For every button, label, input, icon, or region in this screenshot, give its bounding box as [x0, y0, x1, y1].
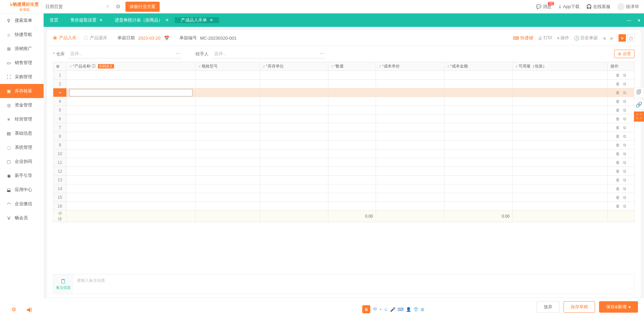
sidebar-item-1[interactable]: ⌂快捷导航: [0, 28, 44, 42]
ime-lang[interactable]: 中: [373, 306, 377, 312]
delete-row-icon[interactable]: 🗑: [616, 195, 620, 200]
sidebar-item-11[interactable]: ◉新手引导: [0, 169, 44, 183]
sidebar-item-3[interactable]: ▭销售管理: [0, 56, 44, 70]
sidebar-item-12[interactable]: ⬓应用中心: [0, 183, 44, 197]
ime-logo-icon[interactable]: S: [362, 305, 370, 313]
table-row[interactable]: 10🗑⧉: [53, 149, 635, 158]
tab-2[interactable]: 进货单统计表（按商品）✕: [109, 17, 175, 23]
col-product-name[interactable]: ⇵*产品名称 ⓘ 扫码录入: [67, 62, 196, 71]
copy-row-icon[interactable]: ⧉: [623, 143, 626, 147]
calendar-icon[interactable]: 📅: [164, 36, 169, 41]
tab-close-icon[interactable]: ✕: [210, 18, 213, 22]
float-link-button[interactable]: 🔗: [634, 99, 644, 109]
col-qty[interactable]: ⇵*数量: [328, 62, 376, 71]
gear-icon[interactable]: ⚙: [116, 3, 120, 10]
copy-row-icon[interactable]: ⧉: [623, 134, 626, 139]
ime-icon-5[interactable]: 👤: [406, 307, 411, 312]
delete-row-icon[interactable]: 🗑: [616, 82, 620, 86]
copy-row-icon[interactable]: ⧉: [623, 117, 626, 121]
discard-button[interactable]: 放弃: [537, 301, 559, 313]
delete-row-icon[interactable]: 🗑: [616, 108, 620, 112]
col-available[interactable]: ⇵可用量（包装）: [513, 62, 608, 71]
col-cost-amount[interactable]: ⇵*成本金额: [444, 62, 513, 71]
date-value[interactable]: 2023-03-20: [138, 36, 161, 41]
sidebar-item-4[interactable]: ⛶采购管理: [0, 70, 44, 84]
table-gear-header[interactable]: ⚙: [53, 62, 67, 71]
delete-row-icon[interactable]: 🗑: [616, 169, 620, 174]
table-row[interactable]: 11🗑⧉: [53, 158, 635, 167]
sidebar-item-8[interactable]: ▤基础信息: [0, 126, 44, 140]
add-row-icon[interactable]: +: [57, 90, 63, 95]
ime-icon-1[interactable]: •: [380, 307, 382, 312]
tab-0[interactable]: 首页: [44, 17, 64, 23]
warehouse-select[interactable]: 选择... ⋯: [68, 49, 182, 58]
table-row[interactable]: 7🗑⧉: [53, 123, 635, 132]
sidebar-item-5[interactable]: ▣库存核算: [0, 84, 44, 98]
settings-button[interactable]: ⚙ 设置: [614, 50, 635, 58]
view-list-button[interactable]: ≡: [619, 34, 626, 42]
ime-icon-2[interactable]: ☺: [384, 307, 388, 312]
handler-select[interactable]: 选择... ⋯: [212, 49, 326, 58]
product-name-input[interactable]: [69, 89, 193, 96]
copy-row-icon[interactable]: ⧉: [623, 108, 626, 112]
float-expand-button[interactable]: ⛶: [634, 111, 644, 122]
delete-row-icon[interactable]: 🗑: [616, 143, 620, 147]
table-row[interactable]: 12🗑⧉: [53, 167, 635, 176]
sidebar-item-0[interactable]: ⚲搜索菜单: [0, 13, 44, 28]
copy-row-icon[interactable]: ⧉: [623, 73, 626, 78]
copy-row-icon[interactable]: ⧉: [623, 151, 626, 156]
remarks-input[interactable]: 请输入备注信息: [73, 274, 634, 294]
promo-button[interactable]: 体验行业方案: [125, 2, 160, 12]
col-cost-price[interactable]: ⇵*成本单价: [376, 62, 444, 71]
copy-row-icon[interactable]: ⧉: [623, 90, 626, 95]
history-link[interactable]: 🕓 历史单据: [574, 35, 598, 41]
sidebar-item-10[interactable]: ▢企业协同: [0, 154, 44, 169]
delete-row-icon[interactable]: 🗑: [616, 178, 620, 182]
copy-row-icon[interactable]: ⧉: [623, 195, 626, 200]
sidebar-item-13[interactable]: ◠企业微信: [0, 197, 44, 211]
tab-minimize-button[interactable]: —: [624, 13, 634, 27]
operate-link[interactable]: ≡ 操作: [557, 35, 569, 41]
view-card-button[interactable]: ◫: [627, 34, 635, 42]
table-row[interactable]: 15🗑⧉: [53, 193, 635, 202]
delete-row-icon[interactable]: 🗑: [616, 125, 620, 130]
sidebar-item-7[interactable]: ≡经营管理: [0, 112, 44, 126]
save-draft-button[interactable]: 保存草稿: [564, 301, 595, 313]
copy-row-icon[interactable]: ⧉: [623, 186, 626, 191]
online-service-link[interactable]: 🎧 在线客服: [586, 4, 610, 10]
sidebar-item-14[interactable]: Ⅴ畅会员: [0, 211, 44, 225]
copy-row-icon[interactable]: ⧉: [623, 99, 626, 104]
copy-row-icon[interactable]: ⧉: [623, 82, 626, 86]
tab-dropdown-button[interactable]: ▾: [634, 13, 644, 27]
sidebar-item-6[interactable]: ◎资金管理: [0, 98, 44, 112]
delete-row-icon[interactable]: 🗑: [616, 90, 620, 95]
user-menu[interactable]: 徐泽华: [617, 3, 639, 10]
delete-row-icon[interactable]: 🗑: [616, 117, 620, 121]
nav-next-icon[interactable]: ▶: [610, 36, 614, 41]
copy-row-icon[interactable]: ⧉: [623, 125, 626, 130]
radio-product-in[interactable]: [53, 36, 57, 40]
table-row[interactable]: 5🗑⧉: [53, 106, 635, 115]
delete-row-icon[interactable]: 🗑: [616, 204, 620, 209]
tab-close-icon[interactable]: ✕: [99, 18, 103, 22]
delete-row-icon[interactable]: 🗑: [616, 186, 620, 191]
table-row[interactable]: 14🗑⧉: [53, 184, 635, 193]
copy-row-icon[interactable]: ⧉: [623, 160, 626, 165]
copy-row-icon[interactable]: ⧉: [623, 169, 626, 174]
ime-icon-7[interactable]: ⊞: [421, 307, 424, 312]
nav-prev-icon[interactable]: ◀: [602, 36, 606, 41]
save-new-button[interactable]: 保存&新增▾: [599, 301, 638, 313]
float-note-button[interactable]: 🗐: [634, 87, 644, 97]
table-row[interactable]: 4🗑⧉: [53, 97, 635, 106]
table-row[interactable]: +🗑⧉: [53, 88, 635, 97]
copy-row-icon[interactable]: ⧉: [623, 178, 626, 182]
delete-row-icon[interactable]: 🗑: [616, 160, 620, 165]
tab-1[interactable]: 售价提取设置✕: [64, 17, 109, 23]
col-unit[interactable]: ⇵*库存单位: [260, 62, 328, 71]
print-link[interactable]: 🖨 打印: [538, 35, 552, 41]
copy-row-icon[interactable]: ⧉: [623, 204, 626, 209]
radio-product-out[interactable]: [84, 36, 88, 40]
delete-row-icon[interactable]: 🗑: [616, 151, 620, 156]
shortcut-link[interactable]: ⌨ 快捷键: [513, 35, 533, 41]
table-row[interactable]: 6🗑⧉: [53, 115, 635, 123]
